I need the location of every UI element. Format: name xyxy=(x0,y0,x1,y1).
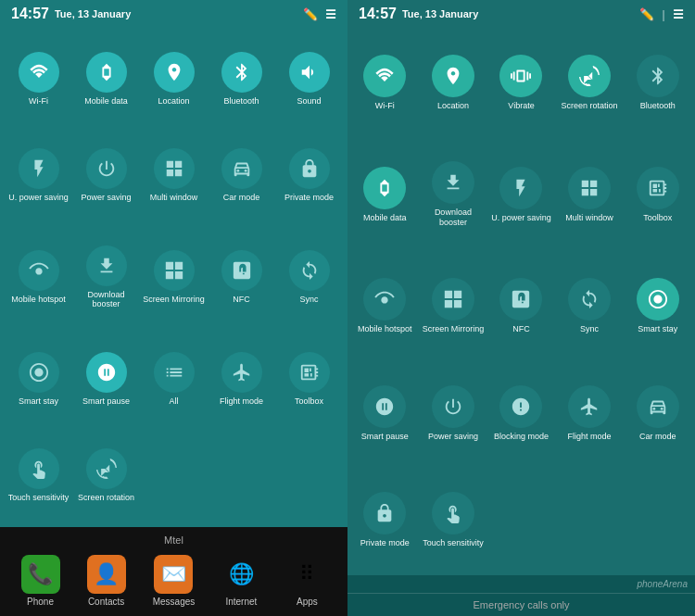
left-qs-screen-rotation[interactable]: Screen rotation xyxy=(73,429,139,523)
screen-mirroring-icon xyxy=(154,250,195,291)
right-screen-mirroring-icon xyxy=(432,278,474,321)
right-qs-mobile-hotspot[interactable]: Mobile hotspot xyxy=(351,254,419,359)
left-qs-smart-stay[interactable]: Smart stay xyxy=(6,332,71,426)
menu-icon[interactable]: ☰ xyxy=(325,7,336,21)
left-qs-all[interactable]: All xyxy=(141,332,207,426)
left-qs-smart-pause[interactable]: Smart pause xyxy=(73,332,139,426)
sound-label: Sound xyxy=(297,96,321,107)
left-qs-bluetooth[interactable]: Bluetooth xyxy=(208,31,274,126)
dock-apps-label: Apps xyxy=(297,597,318,607)
right-nfc-icon xyxy=(499,278,542,321)
left-qs-wifi[interactable]: Wi-Fi xyxy=(6,31,71,126)
right-car-mode-icon xyxy=(637,385,679,428)
sync-icon xyxy=(289,250,330,291)
right-edit-icon[interactable]: ✏️ xyxy=(639,7,654,21)
right-vibrate-label: Vibrate xyxy=(508,101,534,111)
screen-rotation-icon xyxy=(86,448,127,489)
left-qs-mobile-hotspot[interactable]: Mobile hotspot xyxy=(6,225,71,330)
touch-sensitivity-icon xyxy=(19,448,59,489)
right-qs-power-saving[interactable]: Power saving xyxy=(420,360,487,466)
dock-phone-label: Phone xyxy=(27,597,54,607)
left-qs-screen-mirroring[interactable]: Screen Mirroring xyxy=(141,225,207,330)
left-qs-multi-window[interactable]: Multi window xyxy=(141,128,207,222)
right-qs-car-mode[interactable]: Car mode xyxy=(624,360,691,466)
all-icon xyxy=(154,352,195,393)
left-qs-flight-mode[interactable]: Flight mode xyxy=(208,332,274,426)
left-qs-power-saving[interactable]: Power saving xyxy=(73,128,139,222)
mobile-data-label: Mobile data xyxy=(84,96,128,107)
private-mode-label: Private mode xyxy=(284,193,334,203)
touch-sensitivity-label: Touch sensitivity xyxy=(8,493,70,503)
power-saving-icon xyxy=(86,148,127,189)
left-qs-nfc[interactable]: NFC xyxy=(208,225,274,330)
right-qs-touch-sensitivity[interactable]: Touch sensitivity xyxy=(420,468,487,573)
right-wifi-icon xyxy=(363,55,406,97)
dock-internet-icon: 🌐 xyxy=(221,555,260,594)
right-qs-vibrate[interactable]: Vibrate xyxy=(487,30,555,135)
left-qs-car-mode[interactable]: Car mode xyxy=(208,128,274,222)
right-qs-download-booster[interactable]: Download booster xyxy=(420,136,487,252)
left-qs-private-mode[interactable]: Private mode xyxy=(276,128,342,222)
screen-mirroring-label: Screen Mirroring xyxy=(143,295,205,305)
dock-phone[interactable]: 📞Phone xyxy=(21,555,60,607)
right-car-mode-label: Car mode xyxy=(639,432,676,442)
right-mobile-hotspot-icon xyxy=(363,278,406,321)
private-mode-icon xyxy=(289,148,330,189)
right-qs-screen-mirroring[interactable]: Screen Mirroring xyxy=(420,254,487,359)
left-qs-download-booster[interactable]: Download booster xyxy=(73,225,139,330)
download-booster-icon xyxy=(86,245,127,286)
right-qs-toolbox[interactable]: Toolbox xyxy=(624,136,691,252)
right-flight-mode-label: Flight mode xyxy=(568,432,612,442)
right-screen-mirroring-label: Screen Mirroring xyxy=(423,324,485,334)
car-mode-icon xyxy=(221,148,262,189)
nfc-label: NFC xyxy=(233,295,250,305)
right-qs-nfc[interactable]: NFC xyxy=(487,254,555,359)
right-qs-multi-window[interactable]: Multi window xyxy=(556,136,624,252)
left-qs-mobile-data[interactable]: Mobile data xyxy=(73,31,139,126)
right-qs-sync[interactable]: Sync xyxy=(556,254,624,359)
right-qs-private-mode[interactable]: Private mode xyxy=(351,468,419,573)
right-menu-icon[interactable]: ☰ xyxy=(673,7,684,21)
dock-internet[interactable]: 🌐Internet xyxy=(221,555,260,607)
svg-point-0 xyxy=(236,170,239,172)
right-qs-location[interactable]: Location xyxy=(420,30,487,135)
right-power-saving-label: Power saving xyxy=(428,432,478,442)
right-qs-flight-mode[interactable]: Flight mode xyxy=(556,360,624,466)
right-private-mode-label: Private mode xyxy=(360,538,410,548)
right-bluetooth-icon xyxy=(637,55,679,97)
carrier-label: Mtel xyxy=(0,533,348,551)
right-qs-blocking-mode[interactable]: Blocking mode xyxy=(487,360,555,466)
right-qs-screen-rotation[interactable]: Screen rotation xyxy=(556,30,624,135)
left-qs-touch-sensitivity[interactable]: Touch sensitivity xyxy=(6,429,71,523)
right-date: Tue, 13 January xyxy=(402,8,639,19)
dock-phone-icon: 📞 xyxy=(21,555,60,594)
right-private-mode-icon xyxy=(363,492,406,534)
edit-icon[interactable]: ✏️ xyxy=(303,7,318,21)
dock-messages[interactable]: ✉️Messages xyxy=(153,555,196,607)
right-mobile-hotspot-label: Mobile hotspot xyxy=(358,324,412,334)
right-qs-u-power[interactable]: U. power saving xyxy=(487,136,555,252)
left-qs-sync[interactable]: Sync xyxy=(276,225,342,330)
right-toolbox-label: Toolbox xyxy=(643,213,672,223)
dock-contacts[interactable]: 👤Contacts xyxy=(87,555,126,607)
right-sync-icon xyxy=(568,278,611,321)
right-qs-smart-pause[interactable]: Smart pause xyxy=(351,360,419,466)
right-screen-rotation-icon xyxy=(568,55,611,97)
right-qs-wifi[interactable]: Wi-Fi xyxy=(351,30,419,135)
left-qs-toolbox[interactable]: Toolbox xyxy=(276,332,342,426)
right-multi-window-icon xyxy=(568,167,611,209)
left-qs-u-power[interactable]: U. power saving xyxy=(6,128,71,222)
right-qs-bluetooth[interactable]: Bluetooth xyxy=(624,30,691,135)
right-wifi-label: Wi-Fi xyxy=(375,101,395,111)
toolbox-label: Toolbox xyxy=(295,396,323,407)
right-flight-mode-icon xyxy=(568,385,611,428)
left-qs-sound[interactable]: Sound xyxy=(276,31,342,126)
right-qs-mobile-data[interactable]: Mobile data xyxy=(351,136,419,252)
left-qs-location[interactable]: Location xyxy=(141,31,207,126)
right-qs-smart-stay[interactable]: Smart stay xyxy=(624,254,691,359)
sync-label: Sync xyxy=(299,295,318,305)
smart-pause-icon xyxy=(86,352,127,393)
dock-apps[interactable]: ⠿Apps xyxy=(287,555,326,607)
right-status-bar: 14:57 Tue, 13 January ✏️ | ☰ xyxy=(348,0,695,28)
wifi-label: Wi-Fi xyxy=(29,96,48,107)
